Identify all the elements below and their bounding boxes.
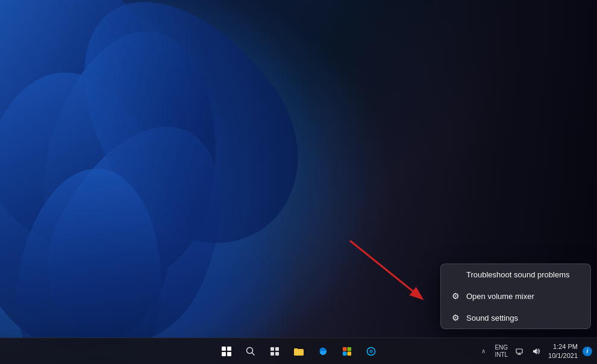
svg-rect-16 (516, 349, 522, 353)
menu-item-sound-settings[interactable]: ⚙ Sound settings (441, 307, 590, 329)
svg-rect-7 (275, 352, 279, 356)
gear-icon-volume: ⚙ (451, 291, 460, 301)
sound-settings-label: Sound settings (466, 313, 518, 322)
menu-item-troubleshoot[interactable]: Troubleshoot sound problems (441, 264, 590, 285)
search-icon (246, 347, 255, 356)
svg-rect-5 (275, 347, 279, 351)
svg-rect-4 (270, 347, 274, 351)
svg-rect-12 (343, 351, 347, 356)
speaker-tray-button[interactable] (529, 344, 543, 359)
notification-icon[interactable]: i (583, 347, 592, 356)
svg-rect-10 (343, 347, 347, 351)
lang-top: ENG (495, 344, 508, 351)
clock-time: 1:24 PM (553, 342, 578, 351)
edge-browser-button[interactable] (312, 341, 334, 362)
svg-rect-13 (347, 351, 351, 356)
clock-date: 10/1/2021 (548, 351, 578, 360)
gear-icon-sound: ⚙ (451, 313, 460, 322)
task-view-button[interactable] (264, 341, 286, 362)
network-icon (515, 347, 524, 356)
svg-rect-6 (270, 352, 274, 356)
cortana-button[interactable] (360, 341, 382, 362)
windows-logo-icon (222, 347, 231, 356)
store-icon (342, 347, 352, 356)
svg-rect-11 (347, 347, 351, 351)
context-menu: Troubleshoot sound problems ⚙ Open volum… (440, 264, 591, 329)
microsoft-store-button[interactable] (336, 341, 358, 362)
chevron-up-icon: ∧ (481, 348, 486, 354)
speaker-icon (532, 347, 540, 356)
cortana-icon (366, 347, 376, 356)
tray-chevron[interactable]: ∧ (476, 344, 490, 359)
taskbar: ∧ ENG INTL (0, 338, 597, 364)
system-clock[interactable]: 1:24 PM 10/1/2021 (546, 342, 580, 360)
taskbar-center (216, 341, 382, 362)
task-view-icon (270, 347, 280, 356)
search-button[interactable] (240, 341, 261, 362)
file-explorer-button[interactable] (288, 341, 310, 362)
troubleshoot-label: Troubleshoot sound problems (466, 270, 570, 279)
menu-item-volume-mixer[interactable]: ⚙ Open volume mixer (441, 285, 590, 307)
taskbar-right: ∧ ENG INTL (476, 342, 592, 360)
desktop: Troubleshoot sound problems ⚙ Open volum… (0, 0, 597, 364)
file-explorer-icon (293, 347, 304, 356)
lang-bot: INTL (495, 351, 508, 359)
svg-line-3 (252, 353, 254, 355)
network-tray-button[interactable] (512, 344, 527, 359)
svg-point-15 (369, 350, 373, 353)
start-button[interactable] (216, 341, 237, 362)
edge-icon (318, 347, 328, 356)
language-indicator[interactable]: ENG INTL (493, 344, 510, 359)
volume-mixer-label: Open volume mixer (466, 292, 534, 301)
